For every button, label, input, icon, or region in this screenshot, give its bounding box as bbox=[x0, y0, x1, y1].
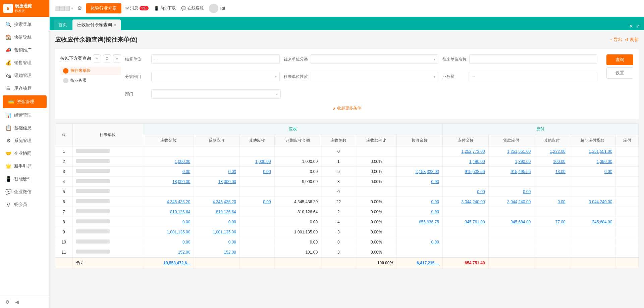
promo-button[interactable]: 体验行业方案 bbox=[86, 3, 121, 13]
header-right: ✉ 消息 99+ 📱 App下载 💬 在线客服 Rit bbox=[125, 4, 225, 13]
avatar bbox=[209, 4, 218, 13]
header-gear-button[interactable]: ⚙ bbox=[77, 5, 82, 11]
sidebar-label-guide: 新手引导 bbox=[14, 163, 32, 169]
partner-name-input[interactable] bbox=[469, 54, 597, 64]
scheme-item-partner[interactable]: 按往来单位 bbox=[60, 67, 121, 75]
partner-category-label: 往来单位分类 bbox=[284, 56, 308, 62]
sidebar-label-search: 搜索菜单 bbox=[14, 21, 32, 28]
field-dept: 部门 ▾ bbox=[125, 89, 281, 99]
sidebar-label-inventory: 库存核算 bbox=[14, 85, 32, 91]
sidebar-label-hardware: 智能硬件 bbox=[14, 176, 32, 182]
refresh-button[interactable]: ↺ 刷新 bbox=[625, 37, 639, 43]
sidebar-label-coop: 企业协同 bbox=[14, 150, 32, 157]
scheme-dot-inactive bbox=[63, 78, 68, 83]
sidebar-label-finance: 资金管理 bbox=[17, 99, 34, 105]
sidebar-label-purchase: 采购管理 bbox=[14, 73, 32, 79]
sidebar-item-search[interactable]: 🔍 搜索菜单 bbox=[0, 18, 49, 31]
scheme-collapse-button[interactable]: « bbox=[113, 54, 121, 62]
app-download-area[interactable]: 📱 App下载 bbox=[154, 5, 175, 11]
table-row: 80.000.000.0040.00%655,636.75345,761.003… bbox=[55, 217, 639, 227]
app-logo: 6 畅捷通账 标准版 bbox=[0, 0, 49, 17]
partner-cell bbox=[72, 227, 143, 237]
sidebar-item-marketing[interactable]: 📣 营销推广 bbox=[0, 44, 49, 56]
settlement-unit-input[interactable]: ··· bbox=[151, 54, 280, 64]
scheme-item-salesman[interactable]: 按业务员 bbox=[60, 76, 121, 85]
sidebar-item-system[interactable]: ⚙ 系统管理 bbox=[0, 134, 49, 147]
sidebar-item-basic[interactable]: 📋 基础信息 bbox=[0, 122, 49, 134]
sidebar-item-wechat[interactable]: 💬 企业微信 bbox=[0, 185, 49, 198]
sidebar-label-system: 系统管理 bbox=[14, 138, 32, 144]
service-area[interactable]: 💬 在线客服 bbox=[181, 5, 204, 11]
partner-cell bbox=[72, 177, 143, 187]
partner-category-input[interactable]: ▾ bbox=[311, 54, 438, 64]
table-row: 11152.00152.00101.0030.00% bbox=[55, 247, 639, 258]
dept-label: 部门 bbox=[125, 91, 149, 97]
sidebar-label-wechat: 企业微信 bbox=[14, 189, 32, 195]
dept-mgr-input[interactable]: ▾ bbox=[151, 72, 280, 81]
sidebar-item-operations[interactable]: 📊 经营管理 bbox=[0, 109, 49, 122]
sidebar-item-inventory[interactable]: 🏛 库存核算 bbox=[0, 82, 49, 95]
user-area[interactable]: Rit bbox=[209, 4, 225, 13]
sidebar-item-vip[interactable]: V 畅会员 bbox=[0, 198, 49, 211]
tab-home[interactable]: 首页 bbox=[54, 19, 72, 30]
settings-button[interactable]: 设置 bbox=[606, 67, 633, 79]
collapse-more-button[interactable]: ∧ 收起更多条件 bbox=[60, 103, 633, 114]
salesman-input[interactable]: ··· bbox=[469, 72, 597, 81]
partner-category-arrow: ▾ bbox=[434, 57, 435, 61]
sidebar-footer: ⚙ ◀ bbox=[0, 296, 49, 308]
scheme-settings-button[interactable]: ⊙ bbox=[103, 54, 111, 62]
export-button[interactable]: ↑ 导出 bbox=[610, 37, 623, 43]
tab-close-window-icon[interactable]: ✕ bbox=[629, 24, 633, 29]
salesman-dots: ··· bbox=[472, 74, 475, 79]
footer-recv-count-total bbox=[321, 257, 356, 268]
app-download-icon: 📱 bbox=[154, 6, 159, 11]
footer-pay-extra-total bbox=[616, 257, 639, 268]
tab-receivable[interactable]: 应收应付余额查询 × bbox=[72, 19, 121, 30]
service-label: 在线客服 bbox=[187, 5, 204, 11]
tab-expand-icon[interactable]: ⤢ bbox=[636, 24, 640, 29]
hardware-icon: 📱 bbox=[5, 176, 11, 182]
th-overdue-recv: 超期应收金额 bbox=[274, 135, 321, 146]
sidebar-item-hardware[interactable]: 📱 智能硬件 bbox=[0, 173, 49, 185]
partner-nature-input[interactable]: ▾ bbox=[311, 72, 438, 81]
footer-overdue-recv-total bbox=[274, 257, 321, 268]
dept-input[interactable]: ▾ bbox=[151, 89, 281, 99]
query-buttons: 查询 设置 bbox=[606, 54, 633, 103]
table-row: 30.000.000.000.0090.00%2,153,333.00915,5… bbox=[55, 167, 639, 177]
finance-icon: 💳 bbox=[8, 99, 14, 105]
page-title: 应收应付余额查询(按往来单位) bbox=[55, 36, 138, 44]
th-recv-amount: 应收金额 bbox=[143, 135, 194, 146]
filter-main: 按以下方案查询 + ⊙ « 按往来单位 bbox=[60, 54, 633, 103]
main-content: 应收应付余额查询(按往来单位) ↑ 导出 ↺ 刷新 按以下方案查询 bbox=[50, 30, 644, 308]
logo-text-group: 畅捷通账 标准版 bbox=[15, 3, 32, 13]
sidebar-item-guide[interactable]: 🌟 新手引导 bbox=[0, 160, 49, 173]
message-badge: 99+ bbox=[140, 6, 149, 10]
system-icon: ⚙ bbox=[5, 138, 11, 144]
sidebar-settings-button[interactable]: ⚙ bbox=[5, 299, 10, 305]
message-area[interactable]: ✉ 消息 99+ bbox=[125, 5, 149, 11]
top-header: ⬜⬜⬜ ▾ ⚙ 体验行业方案 ✉ 消息 99+ 📱 App下载 💬 在线客服 R… bbox=[50, 0, 644, 17]
sidebar: 6 畅捷通账 标准版 🔍 搜索菜单 🏠 快捷导航 📣 营销推广 💰 销售管理 🛍… bbox=[0, 0, 50, 308]
footer-receivable-total[interactable]: 19,553,472,6... bbox=[143, 257, 194, 268]
query-button[interactable]: 查询 bbox=[606, 54, 633, 65]
th-overdue-pay: 超期应付货款 bbox=[569, 135, 616, 146]
sidebar-label-basic: 基础信息 bbox=[14, 125, 32, 131]
th-gear[interactable]: ⚙ bbox=[55, 124, 73, 146]
sidebar-item-sales[interactable]: 💰 销售管理 bbox=[0, 56, 49, 69]
filter-scheme-title: 按以下方案查询 bbox=[60, 55, 91, 61]
tab-home-label: 首页 bbox=[58, 22, 67, 28]
sidebar-item-finance[interactable]: 💳 资金管理 bbox=[3, 95, 47, 108]
tab-close-icon[interactable]: × bbox=[114, 23, 116, 27]
export-label: 导出 bbox=[613, 37, 622, 43]
sidebar-item-coop[interactable]: 🤝 企业协同 bbox=[0, 147, 49, 160]
table-footer-row: 合计 19,553,472,6... 100.00% 6,417,215....… bbox=[55, 257, 639, 268]
scheme-add-button[interactable]: + bbox=[93, 54, 101, 62]
sidebar-collapse-button[interactable]: ◀ bbox=[15, 299, 19, 305]
footer-prepay-total[interactable]: 6,417,215.... bbox=[397, 257, 443, 268]
sidebar-item-quick[interactable]: 🏠 快捷导航 bbox=[0, 31, 49, 44]
sidebar-label-vip: 畅会员 bbox=[14, 202, 27, 208]
sidebar-item-purchase[interactable]: 🛍 采购管理 bbox=[0, 69, 49, 82]
tabs-right: ✕ ⤢ bbox=[629, 24, 640, 30]
breadcrumb-text: ⬜⬜⬜ ▾ bbox=[55, 6, 73, 11]
table-row: 101,252,773.001,251,551.001,222.001,251,… bbox=[55, 146, 639, 157]
